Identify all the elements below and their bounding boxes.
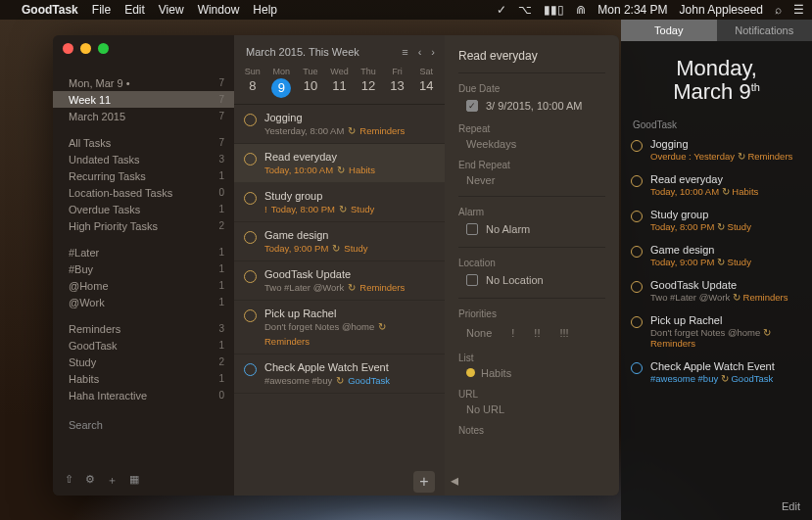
end-repeat-value[interactable]: Never bbox=[458, 174, 605, 186]
widget-task-checkbox[interactable] bbox=[631, 140, 643, 152]
tab-notifications[interactable]: Notifications bbox=[717, 20, 813, 41]
sidebar-item[interactable]: GoodTask1 bbox=[53, 337, 234, 354]
sidebar-item[interactable]: High Priority Tasks2 bbox=[53, 217, 234, 234]
sidebar-item[interactable]: Recurring Tasks1 bbox=[53, 167, 234, 184]
add-task-button[interactable]: + bbox=[413, 471, 435, 493]
sidebar-item[interactable]: Mon, Mar 9 •7 bbox=[53, 74, 234, 91]
task-checkbox[interactable] bbox=[244, 192, 257, 205]
detail-title[interactable]: Read everyday bbox=[458, 45, 605, 73]
widget-task-checkbox[interactable] bbox=[631, 246, 643, 258]
menubar-user[interactable]: John Appleseed bbox=[680, 3, 763, 17]
day-column[interactable]: Sun8 bbox=[240, 67, 265, 98]
app-menu[interactable]: GoodTask bbox=[22, 3, 78, 17]
url-value[interactable]: No URL bbox=[458, 403, 605, 415]
sidebar-item[interactable]: @Home1 bbox=[53, 277, 234, 294]
sidebar-item[interactable]: Haha Interactive0 bbox=[53, 387, 234, 403]
widget-task-row[interactable]: Pick up RachelDon't forget Notes @home ↻… bbox=[621, 308, 812, 355]
priorities-row[interactable]: None ! !! !!! bbox=[458, 323, 605, 343]
widget-task-checkbox[interactable] bbox=[631, 281, 643, 293]
repeat-value[interactable]: Weekdays bbox=[458, 138, 605, 150]
sidebar-item[interactable]: #Later1 bbox=[53, 244, 234, 260]
sidebar-item[interactable]: @Work1 bbox=[53, 294, 234, 310]
sidebar-item[interactable]: Undated Tasks3 bbox=[53, 151, 234, 167]
bluetooth-icon[interactable]: ⌥ bbox=[518, 3, 532, 17]
menu-help[interactable]: Help bbox=[253, 3, 277, 17]
alarm-row[interactable]: No Alarm bbox=[458, 221, 605, 237]
sidebar-item[interactable]: All Tasks7 bbox=[53, 134, 234, 151]
widget-task-row[interactable]: Game designToday, 9:00 PM ↻ Study bbox=[621, 238, 812, 273]
task-checkbox[interactable] bbox=[244, 231, 257, 244]
menu-view[interactable]: View bbox=[159, 3, 184, 17]
task-row[interactable]: GoodTask UpdateTwo #Later @Work ↻ Remind… bbox=[234, 261, 445, 301]
spotlight-icon[interactable]: ⌕ bbox=[775, 3, 782, 17]
day-column[interactable]: Fri13 bbox=[385, 67, 410, 98]
widget-task-row[interactable]: Read everydayToday, 10:00 AM ↻ Habits bbox=[621, 167, 812, 203]
edit-button[interactable]: Edit bbox=[782, 500, 800, 512]
sidebar-item[interactable]: Week 117 bbox=[53, 91, 234, 108]
sidebar-item[interactable]: #Buy1 bbox=[53, 260, 234, 277]
prio-3[interactable]: !!! bbox=[559, 327, 568, 339]
wifi-icon[interactable]: ⋒ bbox=[576, 3, 586, 17]
day-column[interactable]: Wed11 bbox=[326, 67, 352, 98]
task-row[interactable]: Study group! Today, 8:00 PM ↻ Study bbox=[234, 183, 445, 222]
widget-task-checkbox[interactable] bbox=[631, 362, 643, 374]
sidebar-search[interactable]: Search bbox=[53, 413, 234, 437]
widget-task-row[interactable]: Study groupToday, 8:00 PM ↻ Study bbox=[621, 203, 812, 238]
fastforward-icon[interactable]: ✓ bbox=[497, 3, 506, 17]
task-meta: Don't forget Notes @home ↻ Reminders bbox=[264, 321, 435, 347]
prio-1[interactable]: ! bbox=[511, 327, 514, 339]
task-checkbox[interactable] bbox=[244, 309, 257, 322]
day-column[interactable]: Sat14 bbox=[413, 67, 439, 98]
task-checkbox[interactable] bbox=[244, 270, 257, 283]
day-column[interactable]: Thu12 bbox=[356, 67, 381, 98]
sidebar-item[interactable]: Location-based Tasks0 bbox=[53, 184, 234, 201]
detail-back-icon[interactable]: ◂ bbox=[451, 471, 458, 490]
widget-task-checkbox[interactable] bbox=[631, 175, 643, 187]
tab-today[interactable]: Today bbox=[621, 20, 717, 41]
notification-center-icon[interactable]: ☰ bbox=[793, 3, 804, 17]
close-button[interactable] bbox=[63, 43, 73, 54]
sidebar-item[interactable]: March 20157 bbox=[53, 108, 234, 124]
task-checkbox[interactable] bbox=[244, 363, 257, 376]
task-row[interactable]: Pick up RachelDon't forget Notes @home ↻… bbox=[234, 301, 445, 355]
list-value[interactable]: Habits bbox=[458, 367, 605, 379]
menu-edit[interactable]: Edit bbox=[124, 3, 145, 17]
maximize-button[interactable] bbox=[98, 43, 109, 54]
widget-task-row[interactable]: GoodTask UpdateTwo #Later @Work ↻ Remind… bbox=[621, 273, 812, 308]
due-date-checkbox[interactable]: ✓ bbox=[466, 100, 478, 112]
menubar-clock[interactable]: Mon 2:34 PM bbox=[597, 3, 667, 17]
widget-task-checkbox[interactable] bbox=[631, 316, 643, 328]
widget-task-row[interactable]: JoggingOverdue : Yesterday ↻ Reminders bbox=[621, 132, 812, 167]
minimize-button[interactable] bbox=[80, 43, 91, 54]
task-row[interactable]: Check Apple Watch Event#awesome #buy ↻ G… bbox=[234, 355, 445, 394]
day-column[interactable]: Mon9 bbox=[268, 67, 294, 98]
settings-icon[interactable]: ⚙ bbox=[85, 473, 95, 488]
nav-next-icon[interactable]: › bbox=[431, 46, 435, 58]
menu-window[interactable]: Window bbox=[198, 3, 240, 17]
prio-2[interactable]: !! bbox=[534, 327, 540, 339]
sidebar-item[interactable]: Habits1 bbox=[53, 370, 234, 387]
nav-menu-icon[interactable]: ≡ bbox=[402, 46, 407, 58]
alarm-checkbox[interactable] bbox=[466, 223, 478, 235]
widget-task-row[interactable]: Check Apple Watch Event#awesome #buy ↻ G… bbox=[621, 355, 812, 390]
menu-file[interactable]: File bbox=[92, 3, 111, 17]
nav-prev-icon[interactable]: ‹ bbox=[418, 46, 422, 58]
pin-icon[interactable]: ⇧ bbox=[65, 473, 73, 488]
add-list-icon[interactable]: ＋ bbox=[107, 473, 118, 488]
sidebar-item[interactable]: Study2 bbox=[53, 354, 234, 370]
prio-none[interactable]: None bbox=[466, 327, 492, 339]
widget-task-checkbox[interactable] bbox=[631, 211, 643, 222]
location-row[interactable]: No Location bbox=[458, 272, 605, 288]
task-row[interactable]: Read everydayToday, 10:00 AM ↻ Habits bbox=[234, 144, 445, 183]
location-checkbox[interactable] bbox=[466, 274, 478, 286]
battery-icon[interactable]: ▮▮▯ bbox=[544, 3, 564, 17]
task-row[interactable]: JoggingYesterday, 8:00 AM ↻ Reminders bbox=[234, 105, 445, 144]
task-checkbox[interactable] bbox=[244, 153, 257, 165]
sidebar-item[interactable]: Overdue Tasks1 bbox=[53, 201, 234, 217]
task-row[interactable]: Game designToday, 9:00 PM ↻ Study bbox=[234, 222, 445, 261]
calendar-icon[interactable]: ▦ bbox=[129, 473, 139, 488]
sidebar-item[interactable]: Reminders3 bbox=[53, 320, 234, 337]
day-column[interactable]: Tue10 bbox=[298, 67, 323, 98]
task-checkbox[interactable] bbox=[244, 114, 257, 126]
due-date-row[interactable]: ✓ 3/ 9/2015, 10:00 AM bbox=[458, 98, 605, 114]
